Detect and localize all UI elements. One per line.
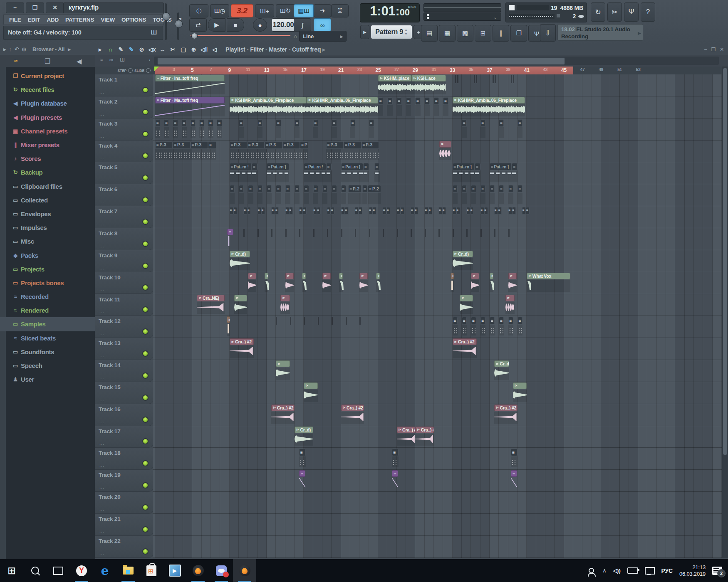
- playlist-menu-icon[interactable]: ▸: [95, 46, 105, 53]
- browser-item-impulses[interactable]: ▭Impulses: [6, 221, 95, 234]
- pattern-clip[interactable]: ≡: [462, 119, 467, 139]
- automation-clip[interactable]: ∞: [392, 470, 399, 491]
- pattern-clip[interactable]: ≡: [285, 207, 289, 215]
- pattern-clip[interactable]: ≡: [434, 97, 439, 117]
- clip-fragment[interactable]: [438, 229, 440, 237]
- clip-fragment[interactable]: [243, 229, 245, 237]
- pattern-clip[interactable]: ≡: [466, 207, 470, 215]
- pitch-handle[interactable]: [175, 20, 183, 28]
- pattern-selector[interactable]: Pattern 9▲▼: [371, 25, 412, 39]
- clip-fragment[interactable]: [457, 75, 458, 83]
- track-options-dots[interactable]: ...: [99, 133, 104, 138]
- select-tool-icon[interactable]: ▢: [178, 46, 188, 53]
- draw-tool-icon[interactable]: ✎: [116, 46, 126, 53]
- pattern-clip[interactable]: ≡: [248, 185, 253, 205]
- track-mute-led[interactable]: [142, 153, 149, 159]
- menu-item-file[interactable]: FILE: [6, 17, 24, 23]
- blend-recording-button[interactable]: Ш↻: [276, 4, 295, 17]
- pattern-clip[interactable]: ≡: [386, 207, 390, 215]
- clip-fragment[interactable]: [299, 229, 300, 237]
- audio-clip[interactable]: ⊳: [304, 382, 317, 403]
- track-options-dots[interactable]: ...: [99, 331, 104, 336]
- pattern-clip[interactable]: ≡: [471, 185, 476, 205]
- clip-fragment[interactable]: [494, 229, 495, 237]
- timeline-ruler[interactable]: 3579111315171921232527293133353739414345…: [153, 67, 722, 74]
- track-name-label[interactable]: Track 1: [99, 76, 117, 83]
- track-mute-led[interactable]: [142, 284, 149, 291]
- pattern-clip[interactable]: ≡: [442, 207, 446, 215]
- track-header-3[interactable]: Track 3...: [95, 118, 153, 141]
- audio-clip[interactable]: ⊳: [471, 273, 479, 293]
- pattern-clip[interactable]: ≡: [341, 207, 345, 215]
- edge-browser-icon[interactable]: e: [93, 559, 116, 582]
- pattern-clip[interactable]: ≡: [401, 207, 404, 215]
- browser-tab-samples-icon[interactable]: ≈: [0, 57, 32, 65]
- track-name-label[interactable]: Track 4: [99, 143, 117, 149]
- audio-clip[interactable]: ⊳: [359, 273, 368, 293]
- pattern-clip[interactable]: ≡: [233, 207, 237, 215]
- playback-tool-icon[interactable]: ◁‖: [199, 46, 209, 53]
- clip-fragment[interactable]: [508, 229, 510, 237]
- automation-clip[interactable]: ∞Filter - Ins..toff freq: [155, 75, 225, 95]
- pattern-clip[interactable]: ≡: [326, 163, 332, 183]
- browser-scroll-strip[interactable]: [0, 67, 6, 559]
- delete-tool-icon[interactable]: ⊘: [136, 46, 147, 53]
- browser-up-icon[interactable]: ↑: [9, 46, 11, 52]
- toggle-browser-button[interactable]: ⊞: [475, 25, 491, 42]
- audio-clip[interactable]: ⊳Cra..NE): [197, 295, 225, 315]
- clip-fragment[interactable]: [480, 229, 482, 237]
- audio-clip[interactable]: ⊳: [227, 316, 230, 337]
- pattern-clip[interactable]: ≡: [199, 119, 204, 139]
- scroll-left-icon[interactable]: ‹: [149, 57, 150, 62]
- audio-tracks-tab-icon[interactable]: ≈: [100, 57, 103, 63]
- audio-clip[interactable]: ⊳Cr..d): [230, 251, 250, 271]
- pattern-clip[interactable]: ≡: [369, 119, 374, 139]
- pattern-clip[interactable]: ≡P..3: [362, 141, 379, 161]
- track-options-dots[interactable]: ...: [99, 265, 104, 270]
- pattern-clip[interactable]: ≡: [208, 141, 216, 161]
- automation-clip[interactable]: ∞Filter - Ma..toff freq: [155, 97, 225, 117]
- toggle-mixer-button[interactable]: ∥: [493, 25, 509, 42]
- pattern-clip[interactable]: ≡: [406, 97, 411, 117]
- pattern-clip[interactable]: ≡: [453, 316, 458, 337]
- track-header-15[interactable]: Track 15...: [95, 382, 153, 404]
- playlist-window-control[interactable]: ✕: [720, 47, 724, 52]
- pattern-clip[interactable]: ≡: [217, 119, 222, 139]
- pattern-clip[interactable]: ≡: [345, 207, 349, 215]
- volume-icon[interactable]: ◁)): [613, 567, 620, 574]
- pattern-clip[interactable]: ≡: [331, 207, 334, 215]
- track-mute-led[interactable]: [142, 372, 149, 379]
- playlist-window-control[interactable]: ❐: [711, 47, 716, 52]
- audio-clip[interactable]: ⊳Cra..) #2: [397, 427, 416, 447]
- pattern-clip[interactable]: ≡: [490, 316, 495, 337]
- pattern-clip[interactable]: ≡P..3: [247, 141, 265, 161]
- browser-item-envelopes[interactable]: ▭Envelopes: [6, 207, 95, 221]
- track-options-dots[interactable]: ...: [99, 155, 104, 160]
- track-header-7[interactable]: Track 7...: [95, 206, 153, 228]
- track-header-11[interactable]: Track 11...: [95, 294, 153, 316]
- pattern-clip[interactable]: ≡: [261, 207, 265, 215]
- pattern-clip[interactable]: ≡: [518, 185, 522, 205]
- download-button[interactable]: ⇩: [540, 24, 556, 42]
- fl-studio-active-icon[interactable]: [233, 559, 256, 582]
- step-edit-button[interactable]: ʃ: [294, 18, 311, 32]
- audio-clip[interactable]: ⊳: [248, 273, 256, 293]
- browser-item-scores[interactable]: ♪Scores: [6, 152, 95, 165]
- pattern-clip[interactable]: ≡: [508, 207, 512, 215]
- audio-clip[interactable]: ⊳: [513, 382, 527, 403]
- audio-clip[interactable]: ⊳: [339, 273, 343, 293]
- pattern-clip[interactable]: ≡P..3: [191, 141, 208, 161]
- minimize-button[interactable]: –: [6, 2, 24, 13]
- clip-fragment[interactable]: [453, 229, 454, 237]
- automation-clip[interactable]: ∞: [227, 229, 231, 249]
- track-header-10[interactable]: Track 10...: [95, 272, 153, 294]
- restore-button[interactable]: ❐: [26, 2, 44, 13]
- playlist-window-controls[interactable]: –❐✕: [704, 47, 724, 52]
- pattern-clip[interactable]: ≡: [332, 185, 337, 205]
- track-mute-led[interactable]: [142, 417, 149, 423]
- playhead-marker[interactable]: [154, 67, 159, 71]
- pattern-clip[interactable]: ≡P..3: [173, 141, 190, 161]
- pattern-clip[interactable]: ≡P..3: [265, 141, 282, 161]
- pattern-clip[interactable]: ≡: [304, 185, 309, 205]
- audio-clip[interactable]: ⊳: [265, 273, 268, 293]
